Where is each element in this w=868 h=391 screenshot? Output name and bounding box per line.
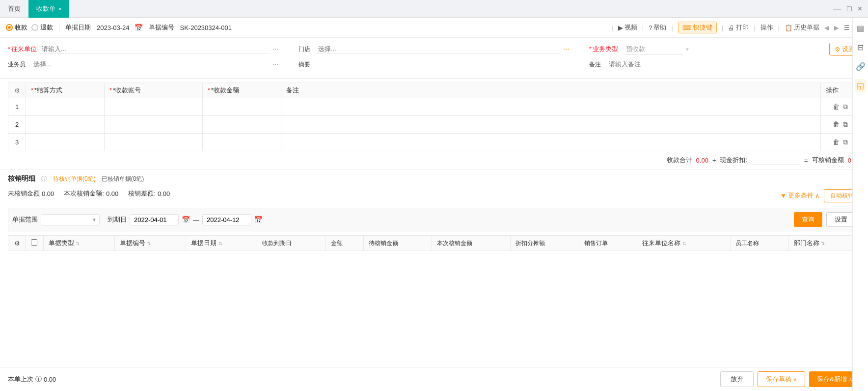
verify-stats: 未核销金额 0.00 本次核销金额: 0.00 核销差额: 0.00 xyxy=(8,187,170,200)
biz-type-select[interactable]: 预收款 ▼ xyxy=(624,44,829,55)
filter-settings-btn[interactable]: 设置 xyxy=(826,212,856,227)
history-btn[interactable]: 📋 历史单据 xyxy=(785,23,819,32)
row-2-account[interactable] xyxy=(105,116,203,134)
radio-receipt-circle xyxy=(6,24,13,31)
due-label: 到期日 xyxy=(108,215,127,224)
row-3-copy-icon[interactable]: ⧉ xyxy=(843,138,848,146)
partner-input[interactable] xyxy=(40,44,270,54)
summary-label: 摘要 xyxy=(298,60,310,69)
tab-close-icon[interactable]: × xyxy=(58,6,61,12)
range-field: 单据范围 xyxy=(12,214,100,225)
bottom-info-icon[interactable]: ⓘ xyxy=(35,375,42,384)
pending-tab[interactable]: 待核销单据(0笔) xyxy=(53,175,96,183)
window-close-icon[interactable]: × xyxy=(856,3,864,14)
calendar-icon[interactable]: 📅 xyxy=(135,24,143,31)
done-tab[interactable]: 已核销单据(0笔) xyxy=(102,175,144,183)
date-value[interactable]: 2023-03-24 xyxy=(97,24,130,31)
date-to-icon[interactable]: 📅 xyxy=(254,216,263,223)
radio-refund-circle xyxy=(31,24,38,31)
verify-info-icon[interactable]: ⓘ xyxy=(41,175,47,183)
tab-home[interactable]: 首页 xyxy=(0,0,28,18)
row-num-1: 1 xyxy=(8,98,26,116)
number-label: 单据编号 xyxy=(149,23,174,32)
sidebar-table-icon[interactable]: ▤ xyxy=(855,22,866,35)
col-type-label: 单据类型 xyxy=(49,239,74,247)
table-row: 2 🗑 ⧉ xyxy=(8,116,860,134)
toolbar-sep-5: | xyxy=(754,24,755,31)
sub-col-partner[interactable]: 往来单位名称 ⇅ xyxy=(637,236,731,251)
summary-input[interactable] xyxy=(316,59,570,69)
list-icon[interactable]: ☰ xyxy=(844,24,850,31)
discount-input[interactable] xyxy=(751,155,800,165)
row-3-account[interactable] xyxy=(105,134,203,151)
sub-col-type[interactable]: 单据类型 ⇅ xyxy=(44,236,115,251)
total-label: 收款合计 xyxy=(667,156,692,165)
save-draft-btn[interactable]: 保存草稿 ∧ xyxy=(758,371,805,387)
date-from-icon[interactable]: 📅 xyxy=(182,216,190,223)
abandon-btn[interactable]: 放弃 xyxy=(720,371,754,387)
tab-bar: 首页 收款单 × — □ × xyxy=(0,0,868,18)
save-new-label: 保存&新增 xyxy=(817,375,847,384)
more-filter-btn[interactable]: ▼ 更多条件 ∧ xyxy=(780,191,820,200)
sub-col-current: 本次核销金额 xyxy=(432,236,511,251)
help-btn[interactable]: ? 帮助 xyxy=(649,23,666,32)
query-btn[interactable]: 查询 xyxy=(794,212,822,227)
toolbar: 收款 退款 单据日期 2023-03-24 📅 单据编号 SK-20230324… xyxy=(0,18,868,38)
radio-refund[interactable]: 退款 xyxy=(31,23,53,32)
video-btn[interactable]: ▶ 视频 xyxy=(618,23,637,32)
shop-more-icon[interactable]: ··· xyxy=(563,45,570,53)
sort-dept-icon: ⇅ xyxy=(821,241,825,246)
select-all-checkbox[interactable] xyxy=(31,239,37,246)
print-btn[interactable]: 🖨 打印 xyxy=(728,23,749,32)
row-2-delete-icon[interactable]: 🗑 xyxy=(833,120,840,128)
col-gear[interactable]: ⚙ xyxy=(8,83,26,98)
row-3-delete-icon[interactable]: 🗑 xyxy=(833,138,840,146)
row-1-settlement[interactable] xyxy=(26,98,105,116)
help-icon: ? xyxy=(649,24,652,31)
sub-col-gear[interactable]: ⚙ xyxy=(8,236,26,251)
current-value: 0.00 xyxy=(106,190,118,197)
prev-icon[interactable]: ◀ xyxy=(824,24,829,31)
row-2-copy-icon[interactable]: ⧉ xyxy=(843,120,848,128)
shop-input[interactable] xyxy=(316,44,560,54)
row-3-amount[interactable] xyxy=(203,134,281,151)
staff-more-icon[interactable]: ··· xyxy=(272,60,279,68)
row-1-account[interactable] xyxy=(105,98,203,116)
sub-col-dept[interactable]: 部门名称 ⇅ xyxy=(788,236,860,251)
staff-input[interactable] xyxy=(31,59,270,69)
date-to-input[interactable] xyxy=(202,214,251,225)
remark-input[interactable] xyxy=(607,59,860,69)
sub-col-number[interactable]: 单据编号 ⇅ xyxy=(115,236,186,251)
tab-receipt[interactable]: 收款单 × xyxy=(28,0,69,18)
table-row: 1 🗑 ⧉ xyxy=(8,98,860,116)
row-2-settlement[interactable] xyxy=(26,116,105,134)
radio-receipt[interactable]: 收款 xyxy=(6,23,27,32)
window-maximize-icon[interactable]: □ xyxy=(845,3,854,14)
radio-refund-label: 退款 xyxy=(40,23,53,32)
row-1-delete-icon[interactable]: 🗑 xyxy=(833,103,840,111)
row-1-amount[interactable] xyxy=(203,98,281,116)
sidebar-expand-icon[interactable]: ◱ xyxy=(855,79,866,92)
row-2-amount[interactable] xyxy=(203,116,281,134)
summary-row: 收款合计 0.00 + 现金折扣: = 可核销金额 0.00 xyxy=(0,151,868,169)
sub-col-date[interactable]: 单据日期 ⇅ xyxy=(186,236,257,251)
sidebar-list-icon[interactable]: ⊟ xyxy=(855,41,866,54)
shortcut-btn[interactable]: ⌨ 快捷键 xyxy=(678,22,717,33)
range-select[interactable] xyxy=(41,214,100,225)
col-account-header: **收款账号 xyxy=(105,83,203,98)
row-1-remark[interactable] xyxy=(281,98,821,116)
partner-more-icon[interactable]: ··· xyxy=(272,45,279,53)
date-label: 单据日期 xyxy=(65,23,91,32)
row-3-settlement[interactable] xyxy=(26,134,105,151)
toolbar-sep-6: | xyxy=(778,24,780,31)
sidebar-link-icon[interactable]: 🔗 xyxy=(854,60,868,73)
next-icon[interactable]: ▶ xyxy=(834,24,839,31)
operate-btn[interactable]: 操作 xyxy=(760,23,773,32)
window-minimize-icon[interactable]: — xyxy=(831,3,843,14)
row-2-remark[interactable] xyxy=(281,116,821,134)
row-3-remark[interactable] xyxy=(281,134,821,151)
date-from-input[interactable] xyxy=(130,214,179,225)
history-label: 历史单据 xyxy=(794,23,819,32)
diff-value: 0.00 xyxy=(158,190,170,197)
row-1-copy-icon[interactable]: ⧉ xyxy=(843,103,848,111)
